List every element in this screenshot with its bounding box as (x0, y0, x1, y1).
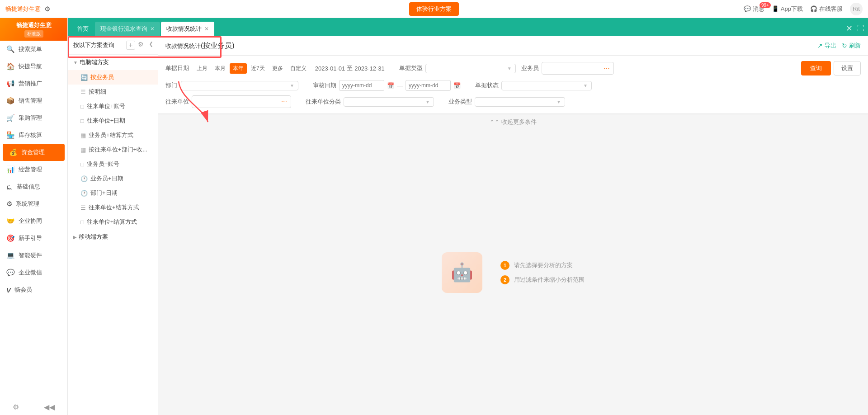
tab-last-month[interactable]: 上月 (193, 63, 211, 74)
doc-type-select[interactable]: ▼ (425, 64, 516, 73)
counterpart-input[interactable]: ··· (192, 95, 291, 108)
sidebar-item-purchase[interactable]: 🛒 采购管理 (0, 109, 67, 127)
tab-bank-close[interactable]: ✕ (150, 26, 155, 32)
tab-more[interactable]: 更多 (269, 63, 286, 74)
clock-icon-2: 🕐 (80, 190, 88, 197)
hint-num-1: 1 (500, 261, 509, 270)
tab-expand-icon[interactable]: ⛶ (857, 24, 864, 33)
export-icon: ↗ (817, 42, 823, 49)
export-btn[interactable]: ↗ 导出 (817, 42, 836, 50)
scheme-item-dept-date[interactable]: 🕐 部门+日期 (68, 186, 158, 200)
hint-text-2: 用过滤条件来缩小分析范围 (514, 276, 585, 284)
counterpart-type-filter: 往来单位分类 ▼ (306, 97, 434, 107)
scheme-group-pc: ▼ 电脑端方案 🔄 按业务员 ☰ 按明细 □ (68, 55, 158, 229)
scheme-settings-btn[interactable]: ⚙ (138, 41, 144, 50)
sidebar-item-basic[interactable]: 🗂 基础信息 (0, 178, 67, 195)
data-area: 🤖 1 请先选择要分析的方案 2 用过滤条件来缩小分析范围 (158, 130, 868, 415)
top-header-left: 畅捷通好生意 ⚙ (5, 5, 50, 13)
sidebar-item-member[interactable]: V 畅会员 (0, 281, 67, 298)
sidebar-item-operations[interactable]: 📊 经营管理 (0, 161, 67, 178)
scheme-item-salesperson[interactable]: 🔄 按业务员 (68, 70, 158, 85)
sidebar-settings-icon[interactable]: ⚙ (13, 403, 19, 411)
biz-type-select[interactable]: ▼ (475, 97, 565, 107)
sidebar-item-enterprise[interactable]: 🤝 企业协同 (0, 212, 67, 230)
online-service-btn[interactable]: 🎧 在线客服 (810, 5, 843, 13)
scheme-collapse-btn[interactable]: 《 (146, 41, 152, 50)
doc-status-dropdown-icon: ▼ (583, 83, 588, 88)
tab-bank[interactable]: 现金银行流水查询 ✕ (95, 22, 160, 36)
scheme-item-unit-account[interactable]: □ 往来单位+账号 (68, 99, 158, 113)
scheme-item-salesperson-date[interactable]: 🕐 业务员+日期 (68, 171, 158, 186)
avatar[interactable]: Rit (850, 3, 863, 15)
scheme-title: 按以下方案查询 (73, 41, 114, 49)
scheme-add-btn[interactable]: + (126, 41, 135, 50)
sidebar-item-marketing[interactable]: 📢 营销推广 (0, 75, 67, 92)
tab-custom[interactable]: 自定义 (287, 63, 310, 74)
review-date-from[interactable] (339, 80, 384, 91)
sales-icon: 📦 (6, 97, 15, 105)
scheme-group-pc-header[interactable]: ▼ 电脑端方案 (68, 55, 158, 70)
salesperson-select[interactable]: ··· (542, 62, 614, 75)
scheme-group-mobile-header[interactable]: ▶ 移动端方案 (68, 229, 158, 245)
scheme-item-unit-payment1[interactable]: ☰ 往来单位+结算方式 (68, 200, 158, 215)
tab-this-year[interactable]: 本年 (230, 63, 247, 74)
counterpart-filter: 往来单位 ··· (165, 95, 291, 108)
settings-button[interactable]: 设置 (834, 61, 861, 75)
review-date-filter: 审核日期 📅 — 📅 (313, 80, 461, 91)
tab-last-7days[interactable]: 近7天 (248, 63, 268, 74)
scheme-item-detail[interactable]: ☰ 按明细 (68, 85, 158, 99)
sidebar-item-sales[interactable]: 📦 销售管理 (0, 92, 67, 109)
doc-type-filter: 单据类型 ▼ (399, 64, 516, 73)
date-tabs: 上月 本月 本年 近7天 更多 自定义 (193, 63, 310, 74)
top-header: 畅捷通好生意 ⚙ 体验行业方案 💬 消息 99+ 📱 App下载 🎧 在线客服 … (0, 0, 868, 18)
refresh-icon: ↻ (842, 42, 847, 49)
sidebar-item-search[interactable]: 🔍 搜索菜单 (0, 41, 67, 58)
message-btn[interactable]: 💬 消息 99+ (744, 5, 764, 13)
user-info: Rit (850, 3, 863, 15)
search-icon: 🔍 (6, 45, 15, 53)
review-date-to[interactable] (406, 80, 451, 91)
trial-btn[interactable]: 体验行业方案 (409, 2, 459, 16)
sidebar-item-hardware[interactable]: 💻 智能硬件 (0, 247, 67, 264)
message-badge: 99+ (760, 2, 771, 8)
tab-this-month[interactable]: 本月 (212, 63, 229, 74)
sidebar-item-inventory[interactable]: 🏪 库存核算 (0, 127, 67, 144)
main-panel: 收款情况统计(按业务员) ↗ 导出 ↻ 刷新 (158, 36, 868, 415)
scheme-item-salesperson-account[interactable]: □ 业务员+账号 (68, 157, 158, 171)
dept-select[interactable]: ▼ (181, 81, 298, 90)
query-button[interactable]: 查询 (801, 61, 831, 75)
tab-close-icon[interactable]: ✕ (846, 24, 853, 33)
marketing-icon: 📢 (6, 80, 15, 88)
sidebar-item-finance[interactable]: 💰 资金管理 (3, 144, 65, 161)
settings-icon[interactable]: ⚙ (44, 5, 50, 13)
sidebar-item-quicknav[interactable]: 🏠 快捷导航 (0, 58, 67, 75)
sidebar-item-system[interactable]: ⚙ 系统管理 (0, 195, 67, 212)
empty-hints: 1 请先选择要分析的方案 2 用过滤条件来缩小分析范围 (500, 261, 585, 284)
app-download-btn[interactable]: 📱 App下载 (772, 5, 803, 13)
sidebar-item-guide[interactable]: 🎯 新手引导 (0, 230, 67, 247)
refresh-btn[interactable]: ↻ 刷新 (842, 42, 861, 50)
arrow-right-icon: ▶ (73, 235, 77, 240)
refresh-icon: 🔄 (80, 74, 88, 81)
hardware-icon: 💻 (6, 251, 15, 259)
sidebar-collapse-icon[interactable]: ◀◀ (44, 403, 55, 411)
scheme-item-unit-payment2[interactable]: □ 往来单位+结算方式 (68, 215, 158, 229)
doc-status-select[interactable]: ▼ (501, 81, 592, 90)
scheme-item-unit-date[interactable]: □ 往来单位+日期 (68, 113, 158, 128)
counterpart-type-dropdown-icon: ▼ (425, 99, 430, 104)
scheme-item-salesperson-payment[interactable]: ▦ 业务员+结算方式 (68, 128, 158, 142)
sidebar-item-wechat[interactable]: 💬 企业微信 (0, 264, 67, 281)
collapse-bar[interactable]: ⌃⌃ 收起更多条件 (158, 114, 868, 130)
scheme-item-unit-dept[interactable]: ▦ 按往来单位+部门+收... (68, 142, 158, 157)
tab-home[interactable]: 首页 (71, 22, 94, 36)
sidebar: 畅捷通好生意 标准版 🔍 搜索菜单 🏠 快捷导航 📢 营销推广 📦 销售管理 (0, 18, 68, 415)
grid-icon-2: ▦ (80, 146, 86, 153)
tab-receipts-close[interactable]: ✕ (204, 26, 209, 32)
calendar-icon-2[interactable]: 📅 (453, 82, 461, 89)
counterpart-type-select[interactable]: ▼ (344, 97, 434, 107)
calendar-icon-1[interactable]: 📅 (387, 82, 394, 89)
date-separator: — (397, 82, 403, 89)
page-title: 收款情况统计(按业务员) (165, 41, 235, 51)
tab-receipts[interactable]: 收款情况统计 ✕ (161, 22, 214, 36)
scheme-header: 按以下方案查询 + ⚙ 《 (68, 36, 158, 55)
